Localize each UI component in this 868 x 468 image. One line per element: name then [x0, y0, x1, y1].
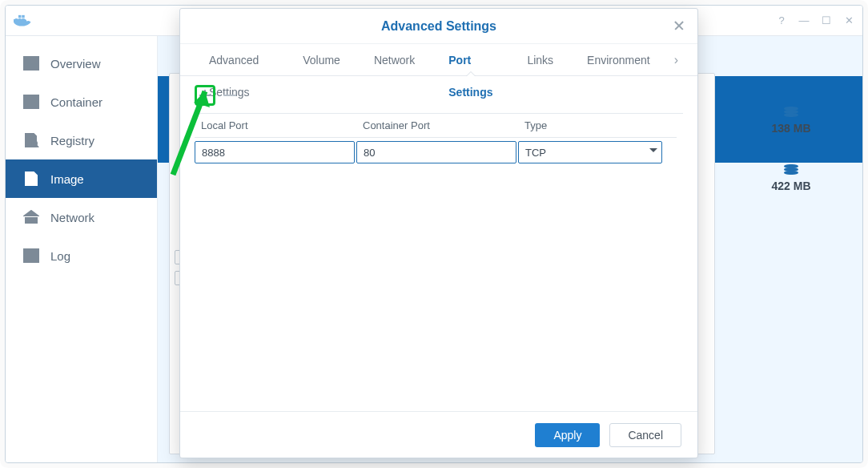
container-port-input[interactable] — [356, 141, 516, 163]
add-row-button[interactable] — [195, 85, 215, 106]
maximize-icon[interactable]: ☐ — [821, 15, 832, 26]
svg-rect-7 — [26, 63, 36, 65]
svg-rect-16 — [28, 177, 34, 179]
tab-scroll-right-icon[interactable]: › — [669, 53, 683, 67]
col-local-port: Local Port — [195, 114, 356, 138]
network-icon — [23, 210, 39, 224]
minimize-icon[interactable]: — — [798, 15, 810, 26]
type-value[interactable] — [518, 141, 662, 163]
chevron-down-icon — [649, 148, 657, 156]
tab-port-settings[interactable]: Port Settings — [434, 44, 508, 76]
sidebar-item-log[interactable]: Log — [6, 236, 157, 275]
sidebar-item-label: Log — [50, 249, 70, 263]
dialog-title: Advanced Settings — [381, 19, 496, 34]
col-type: Type — [518, 114, 664, 138]
dialog-body: Local Port Container Port Type — [180, 76, 697, 411]
log-icon — [23, 248, 39, 263]
port-row — [195, 138, 683, 167]
close-window-icon[interactable]: ✕ — [843, 15, 854, 26]
sidebar-item-registry[interactable]: Registry — [6, 121, 157, 159]
sidebar-item-container[interactable]: Container — [6, 83, 157, 121]
tab-links[interactable]: Links — [512, 44, 568, 76]
tab-volume[interactable]: Volume — [288, 44, 355, 76]
docker-logo-icon — [14, 14, 33, 27]
remove-row-button[interactable] — [223, 95, 236, 96]
tab-network[interactable]: Network — [360, 44, 429, 76]
size-column: 138 MB 422 MB — [731, 92, 851, 208]
sidebar-item-overview[interactable]: Overview — [6, 44, 157, 83]
size-cell: 422 MB — [731, 150, 851, 208]
svg-rect-6 — [26, 60, 30, 62]
tab-advanced-settings[interactable]: Advanced Settings — [195, 44, 283, 76]
container-icon — [23, 95, 39, 109]
col-container-port: Container Port — [356, 114, 518, 138]
window-controls: ? — ☐ ✕ — [776, 15, 854, 26]
advanced-settings-dialog: Advanced Settings Advanced Settings Volu… — [179, 8, 698, 458]
image-icon — [23, 171, 39, 186]
sidebar-item-label: Image — [50, 172, 84, 186]
local-port-input[interactable] — [195, 141, 355, 163]
registry-icon — [23, 133, 39, 147]
svg-rect-17 — [28, 180, 34, 182]
size-cell: 138 MB — [731, 92, 851, 150]
sidebar-item-label: Registry — [50, 134, 94, 147]
help-icon[interactable]: ? — [776, 15, 787, 26]
tab-environment[interactable]: Environment — [573, 44, 665, 76]
sidebar-item-label: Overview — [50, 57, 101, 71]
svg-rect-18 — [26, 218, 37, 223]
sidebar-item-label: Container — [50, 95, 102, 109]
svg-rect-8 — [26, 66, 36, 67]
cancel-button[interactable]: Cancel — [609, 423, 681, 447]
port-table: Local Port Container Port Type — [195, 113, 683, 167]
sidebar: Overview Container Registry Image Networ… — [6, 36, 158, 462]
dialog-header: Advanced Settings — [180, 9, 697, 44]
disk-icon — [784, 107, 798, 117]
sidebar-item-network[interactable]: Network — [6, 198, 157, 236]
svg-rect-3 — [18, 14, 21, 17]
sidebar-item-image[interactable]: Image — [6, 159, 157, 198]
apply-button[interactable]: Apply — [535, 423, 600, 447]
overview-icon — [23, 56, 39, 71]
dialog-footer: Apply Cancel — [180, 411, 697, 458]
dialog-tabs: Advanced Settings Volume Network Port Se… — [180, 44, 697, 76]
sidebar-item-label: Network — [50, 211, 94, 224]
size-value: 422 MB — [771, 180, 810, 192]
size-value: 138 MB — [771, 122, 810, 135]
type-select[interactable] — [518, 140, 664, 164]
svg-rect-4 — [22, 14, 24, 17]
close-icon[interactable] — [672, 18, 686, 33]
disk-icon — [784, 165, 798, 175]
